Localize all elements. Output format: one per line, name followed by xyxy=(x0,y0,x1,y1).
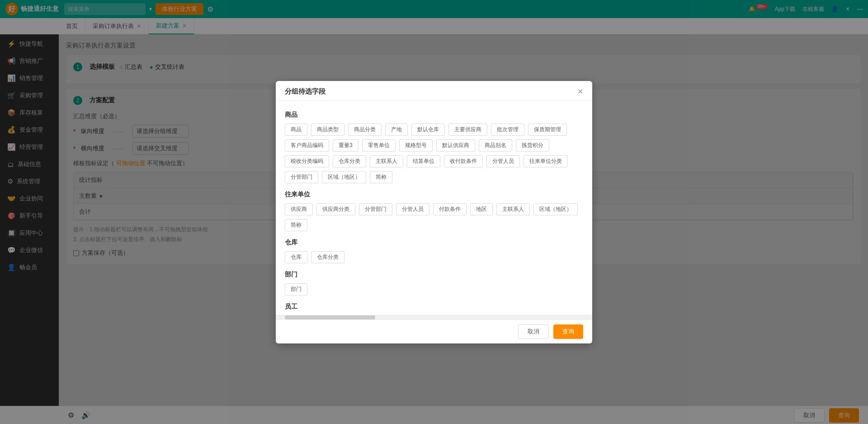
dialog-hscroll-thumb[interactable] xyxy=(285,315,375,319)
confirm-button[interactable]: 查询 xyxy=(553,324,583,339)
dialog-footer: 取消 查询 xyxy=(276,319,592,343)
field-tag-weight3[interactable]: 重量3 xyxy=(333,139,359,152)
field-tag-dept[interactable]: 分管部门 xyxy=(359,203,392,215)
field-tag-warehouse-cat[interactable]: 仓库分类 xyxy=(311,251,344,263)
cancel-button[interactable]: 取消 xyxy=(518,324,549,339)
field-tag-tax-code[interactable]: 税收分类编码 xyxy=(285,155,329,167)
field-tag-region-partner[interactable]: 区域（地区） xyxy=(533,203,578,215)
field-tag-retail-unit[interactable]: 零售单位 xyxy=(362,139,396,152)
field-tag-dept-supervisor[interactable]: 分管部门 xyxy=(285,171,318,183)
field-selection-dialog: 分组待选字段 ✕ 商品 商品 商品类型 商品分类 产地 默认仓库 主要供应商 批… xyxy=(276,81,592,343)
field-tag-main-contact[interactable]: 主联系人 xyxy=(370,155,403,167)
dialog-title: 分组待选字段 xyxy=(285,87,326,96)
field-tag-goods-category[interactable]: 商品分类 xyxy=(348,124,382,136)
field-tag-main-supplier[interactable]: 主要供应商 xyxy=(448,124,487,136)
group-title-staff: 员工 xyxy=(285,303,583,311)
field-tag-short-name-goods[interactable]: 简称 xyxy=(370,171,392,183)
field-tag-pick-points[interactable]: 拣货积分 xyxy=(516,139,549,152)
field-tag-payment-cond[interactable]: 付款条件 xyxy=(433,203,467,215)
dialog-close-button[interactable]: ✕ xyxy=(577,87,583,96)
field-tag-spec-model[interactable]: 规格型号 xyxy=(399,139,433,152)
field-tag-supplier-category[interactable]: 供应商分类 xyxy=(316,203,355,215)
group-title-warehouse: 仓库 xyxy=(285,238,583,247)
field-tag-supplier[interactable]: 供应商 xyxy=(285,203,313,215)
field-tag-warehouse-category[interactable]: 仓库分类 xyxy=(333,155,366,167)
field-tag-department[interactable]: 部门 xyxy=(285,283,307,295)
field-tag-shelf-life[interactable]: 保质期管理 xyxy=(528,124,567,136)
group-warehouse-tags: 仓库 仓库分类 xyxy=(285,251,583,263)
field-tag-region-goods[interactable]: 区域（地区） xyxy=(322,171,366,183)
field-tag-default-warehouse[interactable]: 默认仓库 xyxy=(411,124,445,136)
field-tag-supervisor[interactable]: 分管人员 xyxy=(486,155,520,167)
field-tag-customer-code[interactable]: 客户商品编码 xyxy=(285,139,329,152)
field-tag-batch-mgmt[interactable]: 批次管理 xyxy=(491,124,524,136)
group-partner-tags: 供应商 供应商分类 分管部门 分管人员 付款条件 地区 主联系人 区域（地区） … xyxy=(285,203,583,231)
field-tag-short-name-partner[interactable]: 简称 xyxy=(285,219,307,231)
overlay: 分组待选字段 ✕ 商品 商品 商品类型 商品分类 产地 默认仓库 主要供应商 批… xyxy=(0,0,868,424)
field-tag-settlement-unit[interactable]: 结算单位 xyxy=(407,155,440,167)
field-tag-staff[interactable]: 分管人员 xyxy=(396,203,429,215)
group-department-tags: 部门 xyxy=(285,283,583,295)
dialog-hscroll[interactable] xyxy=(276,315,592,319)
field-tag-main-contact2[interactable]: 主联系人 xyxy=(496,203,530,215)
field-tag-warehouse[interactable]: 仓库 xyxy=(285,251,307,263)
field-tag-default-supplier[interactable]: 默认供应商 xyxy=(436,139,475,152)
field-tag-goods[interactable]: 商品 xyxy=(285,124,307,136)
field-tag-goods-alias[interactable]: 商品别名 xyxy=(479,139,512,152)
field-tag-goods-type[interactable]: 商品类型 xyxy=(311,124,344,136)
dialog-body[interactable]: 商品 商品 商品类型 商品分类 产地 默认仓库 主要供应商 批次管理 保质期管理… xyxy=(276,101,592,315)
field-tag-partner-category[interactable]: 往来单位分类 xyxy=(524,155,568,167)
field-tag-origin[interactable]: 产地 xyxy=(385,124,408,136)
field-tag-payment-terms[interactable]: 收付款条件 xyxy=(444,155,483,167)
group-title-partner: 往来单位 xyxy=(285,191,583,199)
dialog-header: 分组待选字段 ✕ xyxy=(276,81,592,101)
group-title-department: 部门 xyxy=(285,271,583,279)
group-goods-tags: 商品 商品类型 商品分类 产地 默认仓库 主要供应商 批次管理 保质期管理 客户… xyxy=(285,124,583,183)
field-tag-area[interactable]: 地区 xyxy=(470,203,493,215)
group-title-goods: 商品 xyxy=(285,111,583,119)
